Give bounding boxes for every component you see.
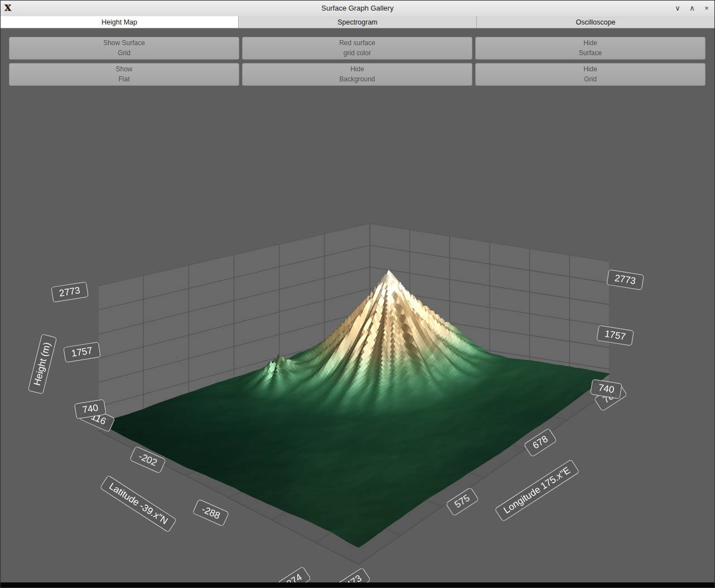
tab-spectrogram[interactable]: Spectrogram [239,16,477,28]
button-label: Grid [118,48,131,58]
button-label: grid color [344,48,371,58]
button-label: Background [339,75,375,84]
toggle-grid-button[interactable]: Hide Grid [475,63,706,86]
surface-grid-color-button[interactable]: Red surface grid color [242,37,472,60]
chevron-down-icon: ∨ [675,4,680,12]
toggle-surface-button[interactable]: Hide Surface [475,37,706,60]
close-icon: × [704,4,709,12]
window-maximize-button[interactable]: ∧ [688,3,697,14]
window-close-button[interactable]: × [702,3,711,14]
control-button-grid: Show Surface Grid Red surface grid color… [9,37,706,86]
toggle-background-button[interactable]: Hide Background [242,63,472,86]
tab-oscilloscope[interactable]: Oscilloscope [477,16,714,28]
button-label: Hide [350,65,364,74]
button-label: Hide [583,38,597,48]
chevron-up-icon: ∧ [689,4,695,12]
window-shade-button[interactable]: ∨ [673,3,682,14]
button-label: Red surface [339,38,375,48]
surface-3d-view[interactable] [1,28,714,588]
toggle-flat-shading-button[interactable]: Show Flat [9,63,239,86]
x-logo-icon: X [4,3,11,13]
window-title: Surface Graph Gallery [1,1,714,16]
taskbar-strip [1,582,714,587]
button-label: Hide [583,65,597,74]
button-label: Show [115,65,132,74]
graph-area: Show Surface Grid Red surface grid color… [1,28,714,588]
window-controls: ∨ ∧ × [673,1,711,16]
tab-bar: Height Map Spectrogram Oscilloscope [1,16,714,28]
button-label: Surface [579,48,602,58]
button-label: Grid [584,75,597,84]
titlebar[interactable]: X Surface Graph Gallery ∨ ∧ × [1,1,714,17]
app-window: X Surface Graph Gallery ∨ ∧ × Height Map… [0,0,715,588]
toggle-surface-grid-button[interactable]: Show Surface Grid [9,37,239,60]
tab-height-map[interactable]: Height Map [1,16,239,28]
button-label: Show Surface [103,38,145,48]
button-label: Flat [118,75,129,84]
